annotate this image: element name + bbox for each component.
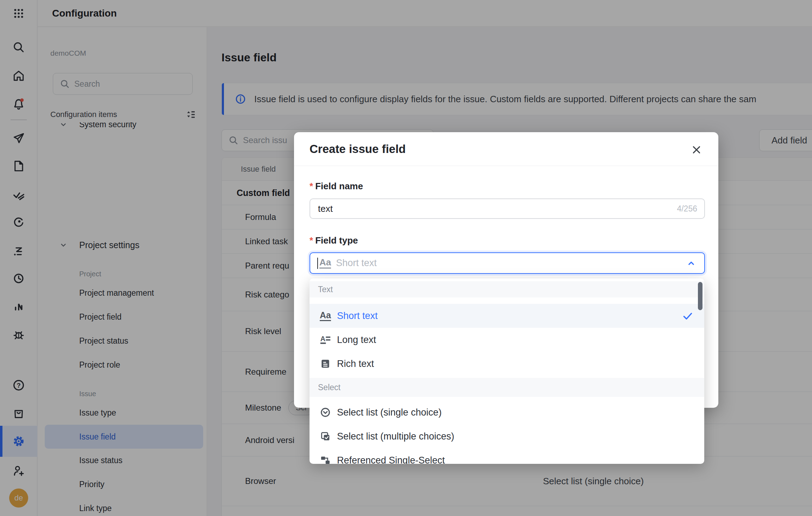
group-header-select: Select: [310, 378, 704, 397]
long-text-icon: A: [318, 334, 333, 346]
short-text-icon: Aa: [319, 258, 331, 268]
option-short-text[interactable]: Aa Short text: [310, 304, 704, 328]
screen: ? de Configuration demoCOM: [0, 0, 812, 516]
field-name-text-input[interactable]: [318, 203, 677, 214]
chevron-up-icon: [686, 258, 697, 270]
single-select-icon: [318, 406, 333, 418]
field-name-input[interactable]: 4/256: [310, 198, 705, 219]
field-type-dropdown: Text Aa Short text A Long text: [310, 278, 704, 464]
field-type-select[interactable]: Aa Short text: [310, 252, 705, 274]
required-asterisk: *: [310, 235, 313, 246]
option-select-list-single[interactable]: Select list (single choice): [310, 400, 704, 424]
rich-text-icon: [318, 358, 333, 369]
modal-title: Create issue field: [310, 142, 406, 156]
referenced-single-select-icon: [318, 454, 333, 464]
char-counter: 4/256: [677, 204, 697, 214]
close-icon: [691, 144, 702, 155]
text-caret: [317, 258, 318, 269]
option-rich-text[interactable]: Rich text: [310, 352, 704, 376]
svg-text:A: A: [320, 335, 325, 343]
option-referenced-single-select[interactable]: Referenced Single-Select: [310, 448, 704, 464]
modal-header: Create issue field: [294, 132, 718, 166]
group-header-text: Text: [310, 281, 704, 297]
check-icon: [682, 310, 694, 324]
close-button[interactable]: [689, 142, 704, 158]
field-type-placeholder: Short text: [336, 258, 377, 269]
field-type-label: * Field type: [310, 235, 358, 246]
option-long-text[interactable]: A Long text: [310, 328, 704, 352]
multi-select-icon: [318, 430, 333, 442]
option-select-list-multiple[interactable]: Select list (multiple choices): [310, 424, 704, 448]
dropdown-scrollbar[interactable]: [698, 282, 702, 310]
field-name-label: * Field name: [310, 181, 363, 192]
short-text-icon: Aa: [318, 311, 333, 321]
required-asterisk: *: [310, 181, 313, 192]
